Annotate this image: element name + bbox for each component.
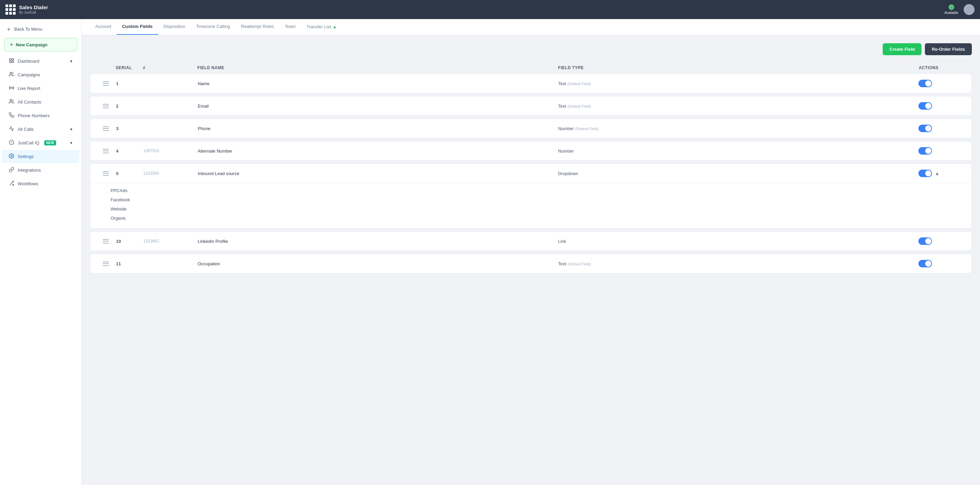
- field-name: Inbound Lead source: [198, 171, 558, 176]
- sidebar-item-label: Campaigns: [18, 72, 40, 77]
- toolbar: Create Field Re-Order Fields: [90, 43, 972, 55]
- svg-point-4: [10, 72, 11, 74]
- status-label: Available: [945, 11, 958, 14]
- upgrade-icon: ▲: [332, 24, 337, 29]
- dropdown-option: Website: [111, 204, 951, 214]
- sidebar-item-justcall-iq[interactable]: JustCall IQ NEW ▾: [2, 136, 79, 150]
- field-row-field-1: 1 Name Text (Default Field): [90, 73, 972, 93]
- drag-handle[interactable]: [95, 262, 116, 266]
- row-actions: [918, 260, 966, 267]
- field-type: Text (Default Field): [558, 81, 918, 86]
- drag-handle[interactable]: [95, 239, 116, 244]
- svg-rect-1: [12, 59, 14, 60]
- settings-icon: [9, 153, 14, 160]
- field-toggle[interactable]: [918, 124, 932, 132]
- sidebar-item-live-report[interactable]: Live Report: [2, 82, 79, 95]
- reorder-fields-button[interactable]: Re-Order Fields: [925, 43, 972, 55]
- svg-rect-3: [12, 61, 14, 63]
- tab-timezone-calling[interactable]: Timezone Calling: [191, 19, 235, 35]
- avatar[interactable]: [964, 4, 975, 15]
- tab-account[interactable]: Account: [90, 19, 117, 35]
- topnav-right: Available: [945, 4, 975, 15]
- field-row-field-2: 2 Email Text (Default Field): [90, 96, 972, 116]
- sidebar-item-label: JustCall IQ: [18, 140, 40, 145]
- header-actions: Actions: [919, 65, 966, 70]
- sidebar-item-integrations[interactable]: Integrations: [2, 163, 79, 177]
- sidebar-item-settings[interactable]: Settings: [2, 150, 79, 163]
- field-type: Dropdown: [558, 171, 918, 176]
- default-field-label: (Default Field): [567, 104, 591, 108]
- field-row-main: 11 Occupation Text (Default Field): [90, 254, 972, 273]
- new-campaign-button[interactable]: + New Campaign: [4, 38, 77, 51]
- tab-team[interactable]: Team: [279, 19, 301, 35]
- drag-handle[interactable]: [95, 149, 116, 153]
- new-badge: NEW: [44, 140, 56, 145]
- row-actions: [918, 147, 966, 155]
- sidebar-item-all-contacts[interactable]: All Contacts: [2, 96, 79, 108]
- new-campaign-label: New Campaign: [16, 42, 47, 47]
- justcall-iq-icon: [9, 140, 14, 146]
- sidebar-item-dashboard[interactable]: Dashboard ▾: [2, 54, 79, 68]
- sidebar-item-label: Integrations: [18, 168, 41, 173]
- field-toggle[interactable]: [918, 102, 932, 110]
- field-toggle[interactable]: [918, 80, 932, 87]
- field-serial: 5: [116, 171, 143, 176]
- field-toggle[interactable]: [918, 170, 932, 177]
- field-name: Linkedin Profile: [198, 239, 558, 244]
- chevron-icon: ▾: [70, 140, 73, 145]
- field-row-field-10: 10 1103661 Linkedin Profile Link: [90, 231, 972, 251]
- back-to-menu-label: Back To Menu: [14, 27, 42, 32]
- grid-icon[interactable]: [5, 5, 16, 14]
- row-actions: [918, 102, 966, 110]
- drag-handle[interactable]: [95, 81, 116, 86]
- tab-custom-fields[interactable]: Custom Fields: [117, 19, 158, 35]
- brand-subtitle: By JustCall: [19, 11, 48, 14]
- tabs-bar: AccountCustom FieldsDispositionTimezone …: [82, 19, 980, 35]
- sidebar-item-all-calls[interactable]: All Calls ▾: [2, 123, 79, 136]
- drag-handle[interactable]: [95, 171, 116, 176]
- create-field-button[interactable]: Create Field: [883, 43, 921, 55]
- field-type: Number: [558, 148, 918, 153]
- drag-handle[interactable]: [95, 104, 116, 108]
- field-toggle[interactable]: [918, 147, 932, 155]
- tab-reattempt-rules[interactable]: Reattempt Rules: [235, 19, 279, 35]
- field-name: Email: [198, 104, 558, 108]
- field-toggle[interactable]: [918, 238, 932, 245]
- sidebar-item-workflows[interactable]: Workflows: [2, 177, 79, 190]
- row-actions: [918, 124, 966, 132]
- back-to-menu-button[interactable]: Back To Menu: [0, 23, 81, 35]
- field-row-field-3: 3 Phone Number (Default Field): [90, 118, 972, 138]
- sidebar: Back To Menu + New Campaign Dashboard ▾ …: [0, 19, 82, 485]
- field-serial: 3: [116, 126, 143, 131]
- field-type: Number (Default Field): [558, 126, 918, 131]
- brand-title: Sales Dialer: [19, 5, 48, 11]
- status-indicator[interactable]: Available: [945, 5, 958, 14]
- row-actions: ▲: [918, 170, 966, 177]
- campaigns-icon: [9, 72, 14, 78]
- table-header: Serial # Field Name Field Type Actions: [90, 62, 972, 73]
- drag-handle[interactable]: [95, 126, 116, 131]
- dashboard-icon: [9, 58, 14, 64]
- sidebar-item-label: Settings: [18, 154, 34, 159]
- tab-transfer-list[interactable]: Transfer List▲: [301, 19, 343, 35]
- field-row-main: 1 Name Text (Default Field): [90, 74, 972, 93]
- sidebar-item-phone-numbers[interactable]: Phone Numbers: [2, 109, 79, 122]
- brand: Sales Dialer By JustCall: [5, 5, 48, 14]
- svg-point-6: [10, 99, 11, 101]
- field-serial: 11: [116, 261, 143, 266]
- field-serial: 2: [116, 104, 143, 108]
- chevron-icon: ▾: [70, 59, 73, 64]
- field-name: Alternate Number: [198, 148, 558, 153]
- field-row-main: 4 1097510 Alternate Number Number: [90, 141, 972, 160]
- default-field-label: (Default Field): [575, 127, 598, 131]
- sidebar-item-label: Workflows: [18, 181, 38, 186]
- expand-chevron-icon[interactable]: ▲: [935, 171, 940, 176]
- field-row-field-11: 11 Occupation Text (Default Field): [90, 254, 972, 273]
- field-toggle[interactable]: [918, 260, 932, 267]
- field-id: 1103661: [143, 239, 198, 244]
- dropdown-option: Facebook: [111, 195, 951, 204]
- header-drag: [95, 65, 116, 70]
- header-field-type: Field Type: [558, 65, 919, 70]
- tab-disposition[interactable]: Disposition: [158, 19, 191, 35]
- sidebar-item-campaigns[interactable]: Campaigns: [2, 68, 79, 81]
